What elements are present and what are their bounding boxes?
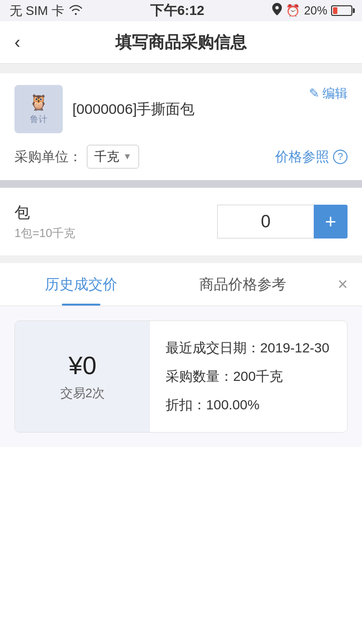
gray-divider xyxy=(0,180,362,188)
status-bar: 无 SIM 卡 下午6:12 ⏰ 20% xyxy=(0,0,362,21)
status-right: ⏰ 20% xyxy=(272,3,352,18)
product-left: 🦉 鲁计 [0000006]手撕面包 xyxy=(14,85,195,133)
alarm-icon: ⏰ xyxy=(286,4,300,17)
tab-close-button[interactable]: × xyxy=(323,263,362,306)
close-icon: × xyxy=(337,274,348,294)
owl-icon: 🦉 xyxy=(29,93,48,112)
history-price-value: ¥0 xyxy=(69,351,97,380)
recent-date-value: 2019-12-30 xyxy=(260,340,329,355)
price-ref-button[interactable]: 价格参照 ? xyxy=(275,148,348,166)
recent-date-row: 最近成交日期：2019-12-30 xyxy=(166,338,332,357)
bottom-area xyxy=(0,447,362,644)
unit-row: 采购单位： 千克 ▼ 价格参照 ? xyxy=(14,145,348,168)
product-logo-text: 鲁计 xyxy=(30,113,47,125)
status-left: 无 SIM 卡 xyxy=(10,2,83,19)
unit-select[interactable]: 千克 ▼ xyxy=(87,145,139,168)
quantity-plus-button[interactable]: + xyxy=(314,205,348,238)
recent-date-label: 最近成交日期： xyxy=(166,340,260,355)
history-transactions: 交易2次 xyxy=(60,385,105,402)
quantity-ratio: 1包=10千克 xyxy=(14,225,75,241)
plus-icon: + xyxy=(325,211,336,233)
quantity-label-wrap: 包 1包=10千克 xyxy=(14,202,75,241)
unit-label: 采购单位： xyxy=(14,148,82,166)
edit-label: 编辑 xyxy=(322,85,348,102)
edit-button[interactable]: ✎ 编辑 xyxy=(309,85,348,102)
tab-bar: 历史成交价 商品价格参考 × xyxy=(0,263,362,306)
purchase-quantity-row: 采购数量：200千克 xyxy=(166,367,332,386)
tab-price-reference[interactable]: 商品价格参考 xyxy=(162,263,323,306)
tab-price-ref-label: 商品价格参考 xyxy=(199,275,286,294)
tab-active-indicator xyxy=(62,304,100,306)
page-title: 填写商品采购信息 xyxy=(115,31,247,54)
quantity-input-wrap: + xyxy=(217,205,348,238)
status-time: 下午6:12 xyxy=(150,1,204,20)
history-detail-panel: 最近成交日期：2019-12-30 采购数量：200千克 折扣：100.00% xyxy=(150,321,347,432)
carrier-text: 无 SIM 卡 xyxy=(10,2,64,19)
battery-percent: 20% xyxy=(304,4,327,17)
tab-history-price[interactable]: 历史成交价 xyxy=(0,263,162,306)
price-ref-label: 价格参照 xyxy=(275,148,329,166)
help-circle-icon: ? xyxy=(333,150,348,164)
quantity-unit: 包 xyxy=(14,202,75,224)
battery-icon xyxy=(331,5,352,16)
history-price-panel: ¥0 交易2次 xyxy=(15,321,150,432)
quantity-row: 包 1包=10千克 + xyxy=(0,188,362,255)
discount-row: 折扣：100.00% xyxy=(166,395,332,414)
purchase-quantity-value: 200千克 xyxy=(233,369,283,384)
bottom-panel: 历史成交价 商品价格参考 × ¥0 交易2次 最近成交日期：2019-12-30… xyxy=(0,263,362,447)
history-content: ¥0 交易2次 最近成交日期：2019-12-30 采购数量：200千克 折扣：… xyxy=(0,306,362,447)
product-card: 🦉 鲁计 [0000006]手撕面包 ✎ 编辑 采购单位： 千克 ▼ 价格参照 … xyxy=(0,73,362,180)
discount-value: 100.00% xyxy=(206,397,260,412)
chevron-down-icon: ▼ xyxy=(123,152,132,162)
discount-label: 折扣： xyxy=(166,397,206,412)
nav-bar: ‹ 填写商品采购信息 xyxy=(0,21,362,64)
wifi-icon xyxy=(69,3,83,18)
back-button[interactable]: ‹ xyxy=(14,32,20,53)
product-name: [0000006]手撕面包 xyxy=(72,99,195,119)
edit-icon: ✎ xyxy=(309,86,320,101)
quantity-input[interactable] xyxy=(217,205,314,238)
purchase-quantity-label: 采购数量： xyxy=(166,369,233,384)
history-card: ¥0 交易2次 最近成交日期：2019-12-30 采购数量：200千克 折扣：… xyxy=(14,321,348,433)
tab-history-label: 历史成交价 xyxy=(45,275,117,294)
product-header: 🦉 鲁计 [0000006]手撕面包 ✎ 编辑 xyxy=(14,85,348,133)
unit-value: 千克 xyxy=(94,148,119,165)
product-image: 🦉 鲁计 xyxy=(14,85,63,133)
location-icon xyxy=(272,3,282,18)
